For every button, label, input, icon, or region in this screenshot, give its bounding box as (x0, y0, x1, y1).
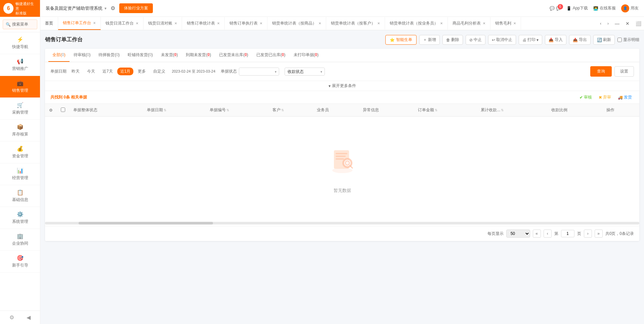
ship-button[interactable]: 🚚 发货 (616, 94, 634, 101)
tab-sales-workbench[interactable]: 销售订单工作台 ✕ (58, 17, 101, 30)
tab-close-sales-summary-product[interactable]: ✕ (318, 22, 321, 25)
sidebar-item-quick-nav[interactable]: ⚡ 快捷导航 (0, 32, 40, 54)
tabs-restore-button[interactable]: ⬜ (633, 21, 644, 26)
filter-setting-button[interactable]: 设置 (614, 66, 634, 77)
th-date[interactable]: 单据日期 ⇅ (143, 104, 206, 117)
tab-cash-daily[interactable]: 钱货日清工作台 ✕ (101, 17, 143, 30)
sub-tab-shipped-out[interactable]: 已发货已出库(0) (252, 49, 290, 62)
tabs-close-button[interactable]: ✕ (623, 21, 632, 26)
sidebar-item-guide[interactable]: 🎯 新手引导 (0, 251, 40, 273)
sidebar-item-purchase[interactable]: 🛒 采购管理 (0, 98, 40, 120)
approve-button[interactable]: ✔ 审核 (577, 94, 594, 101)
export-button[interactable]: 📤 导出 (569, 35, 591, 45)
tab-sales-summary-staff[interactable]: 销货单统计表（按业务员） ✕ (385, 17, 448, 30)
tab-cash-reconcile[interactable]: 钱货日清对账 ✕ (143, 17, 182, 30)
sub-tab-wangpu-ship[interactable]: 旺铺待发货(0) (124, 49, 157, 62)
tab-close-cash-daily[interactable]: ✕ (136, 22, 138, 25)
tab-close-gross-profit[interactable]: ✕ (483, 22, 485, 25)
tabs-scroll-right[interactable]: › (605, 21, 611, 26)
first-page-button[interactable]: « (533, 230, 541, 238)
query-button[interactable]: 查询 (590, 66, 612, 77)
sidebar-item-system[interactable]: ⚙️ 系统管理 (0, 207, 40, 229)
th-customer-sort[interactable]: 客户 ⇅ (272, 107, 309, 113)
delete-button[interactable]: 🗑 删除 (442, 35, 463, 45)
th-received-sort[interactable]: 累计收款... ⇅ (481, 107, 543, 113)
sidebar-collapse-button[interactable]: ◀ (27, 314, 31, 321)
revoke-button[interactable]: ✖ 弃审 (597, 94, 613, 101)
tab-close-cash-reconcile[interactable]: ✕ (174, 22, 177, 25)
sidebar-item-operations[interactable]: 📊 经营管理 (0, 163, 40, 185)
last-page-button[interactable]: » (595, 230, 603, 238)
message-button[interactable]: 💬 💬 6 (550, 6, 561, 11)
user-menu[interactable]: 👤 用友 (621, 4, 639, 12)
experience-industry-button[interactable]: 体验行业方案 (119, 3, 153, 13)
sidebar-item-marketing[interactable]: 📢 营销推广 (0, 54, 40, 76)
topbar-settings-icon[interactable]: ⚙ (111, 5, 115, 11)
date-btn-custom[interactable]: 自定义 (150, 68, 168, 75)
tabs-minimize-button[interactable]: — (612, 21, 622, 26)
sidebar-item-enterprise[interactable]: 🏢 企业协同 (0, 229, 40, 251)
sidebar-settings-button[interactable]: ⚙ (9, 314, 14, 321)
tab-gross-profit[interactable]: 商品毛利分析表 ✕ (448, 17, 490, 30)
import-button[interactable]: 📥 导入 (545, 35, 566, 45)
tab-sales-profit[interactable]: 销售毛利 ✕ (490, 17, 521, 30)
tab-sales-stats[interactable]: 销售订单统计表 ✕ (182, 17, 225, 30)
sidebar-item-finance[interactable]: 💰 资金管理 (0, 141, 40, 163)
th-received[interactable]: 累计收款... ⇅ (477, 104, 547, 117)
show-detail-label[interactable]: 显示明细 (617, 37, 639, 43)
tabs-scroll-left[interactable]: ‹ (597, 21, 604, 26)
th-number[interactable]: 单据编号 ⇅ (206, 104, 268, 117)
show-detail-checkbox[interactable] (617, 38, 622, 42)
sub-tab-pending-review[interactable]: 待审核(0) (70, 49, 95, 62)
tab-close-sales-exec[interactable]: ✕ (260, 22, 262, 25)
cancel-stop-button[interactable]: ↩ 取消中止 (488, 35, 516, 45)
sidebar-item-basic[interactable]: 📋 基础信息 (0, 185, 40, 207)
date-btn-yesterday[interactable]: 昨天 (69, 68, 83, 75)
online-service-button[interactable]: 👨‍💻 在线客服 (593, 5, 616, 11)
sidebar-item-inventory[interactable]: 📦 库存核算 (0, 120, 40, 141)
system-title: 装备及固定资产辅助管理系统 ▾ (46, 5, 106, 11)
stop-button[interactable]: ⊘ 中止 (466, 35, 485, 45)
date-btn-month[interactable]: 近1月 (117, 68, 134, 75)
add-button[interactable]: ＋ 新增 (419, 35, 440, 45)
sidebar-item-sales[interactable]: 💼 销售管理 (0, 76, 40, 98)
tab-sales-exec[interactable]: 销售订单执行表 ✕ (225, 17, 267, 30)
date-btn-last7[interactable]: 近7天 (99, 68, 116, 75)
sub-tab-unshipped[interactable]: 未发货(0) (157, 49, 182, 62)
date-btn-more[interactable]: 更多 (135, 68, 149, 75)
print-button[interactable]: 🖨 打印 ▾ (519, 35, 542, 45)
date-btn-today[interactable]: 今天 (84, 68, 98, 75)
status-select[interactable] (239, 68, 279, 76)
page-number-input[interactable] (561, 230, 574, 237)
th-date-sort[interactable]: 单据日期 ⇅ (147, 107, 202, 113)
payment-status-select[interactable]: 收款状态 (285, 68, 325, 76)
sub-tab-unprinted[interactable]: 未打印单据(0) (290, 49, 323, 62)
tab-close-sales-stats[interactable]: ✕ (217, 22, 220, 25)
th-amount[interactable]: 订单金额 ⇅ (414, 104, 477, 117)
sub-tab-overdue-ship[interactable]: 到期未发货(0) (182, 49, 215, 62)
th-customer[interactable]: 客户 ⇅ (268, 104, 313, 117)
tab-close-sales-summary-customer[interactable]: ✕ (377, 22, 380, 25)
tab-close-sales-workbench[interactable]: ✕ (93, 21, 96, 25)
app-download-button[interactable]: 📱 App下载 (566, 5, 588, 11)
title-dropdown-arrow[interactable]: ▾ (104, 6, 106, 11)
expand-conditions-button[interactable]: ▾ 展开更多条件 (329, 83, 356, 89)
th-amount-sort[interactable]: 订单金额 ⇅ (418, 107, 473, 113)
horizontal-scrollbar[interactable] (45, 222, 639, 225)
smart-create-button[interactable]: ⭐ 智能生单 (385, 35, 417, 45)
prev-page-button[interactable]: ‹ (544, 230, 552, 238)
sub-tab-shipped-no-out[interactable]: 已发货未出库(0) (215, 49, 252, 62)
select-all-checkbox[interactable] (61, 108, 65, 112)
sub-tab-all[interactable]: 全部(0) (48, 49, 70, 62)
search-menu-button[interactable]: 🔍 搜索菜单 (3, 19, 37, 29)
next-page-button[interactable]: › (584, 230, 592, 238)
page-size-select[interactable]: 50 10 20 100 (506, 230, 530, 238)
tab-sales-summary-customer[interactable]: 销货单统计表（按客户） ✕ (326, 17, 385, 30)
tab-close-sales-summary-staff[interactable]: ✕ (440, 22, 443, 25)
tab-home[interactable]: 首页 (40, 17, 58, 30)
tab-sales-summary-product[interactable]: 销货单统计表（按商品） ✕ (267, 17, 326, 30)
tab-close-sales-profit[interactable]: ✕ (513, 22, 516, 25)
refresh-button[interactable]: 🔄 刷新 (593, 35, 615, 45)
th-number-sort[interactable]: 单据编号 ⇅ (210, 107, 264, 113)
sub-tab-pending-check[interactable]: 待择验货(0) (94, 49, 124, 62)
